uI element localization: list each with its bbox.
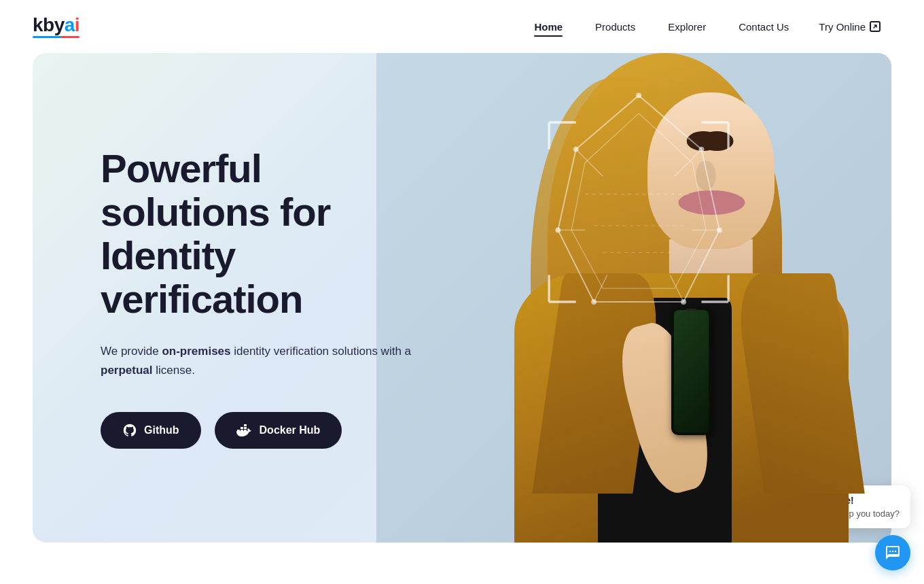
- docker-icon: [236, 423, 253, 438]
- nav-contact[interactable]: Contact Us: [725, 16, 802, 38]
- nav-products[interactable]: Products: [582, 16, 649, 38]
- nav-explorer[interactable]: Explorer: [654, 16, 719, 38]
- chat-icon: [885, 545, 901, 561]
- svg-marker-1: [558, 95, 720, 302]
- try-online-label: Try Online: [819, 21, 866, 33]
- hero-buttons: Github Docker Hub: [101, 412, 437, 449]
- chat-open-button[interactable]: [875, 535, 910, 570]
- svg-line-4: [675, 150, 702, 177]
- github-label: Github: [144, 424, 179, 436]
- external-link-icon: [870, 21, 881, 32]
- svg-point-10: [699, 147, 705, 152]
- svg-point-26: [892, 551, 893, 552]
- svg-point-25: [889, 551, 891, 552]
- hero-section: Powerful solutions for Identity verifica…: [33, 53, 891, 543]
- hero-title: Powerful solutions for Identity verifica…: [101, 147, 437, 320]
- svg-marker-2: [571, 114, 706, 288]
- hero-desc-middle: identity verification solutions with a: [231, 345, 412, 358]
- svg-rect-22: [241, 427, 243, 429]
- github-icon: [122, 423, 137, 438]
- hero-title-line2: Identity verification: [101, 233, 302, 321]
- logo-a: a: [65, 14, 75, 35]
- svg-point-11: [717, 227, 722, 233]
- svg-rect-24: [244, 424, 247, 426]
- svg-point-27: [895, 551, 896, 552]
- hero-content: Powerful solutions for Identity verifica…: [33, 92, 505, 503]
- logo-kby: kby: [33, 14, 65, 35]
- logo-i: i: [75, 14, 79, 35]
- svg-line-3: [576, 150, 603, 177]
- svg-point-13: [591, 299, 597, 305]
- github-button[interactable]: Github: [101, 412, 201, 449]
- hero-title-line1: Powerful solutions for: [101, 146, 330, 234]
- face-scan-overlay: [479, 78, 798, 347]
- nav-try-online[interactable]: Try Online: [808, 16, 891, 38]
- nav-links: Home Products Explorer Contact Us Try On…: [520, 16, 891, 38]
- hero-desc-prefix: We provide: [101, 345, 162, 358]
- svg-point-9: [636, 92, 641, 98]
- logo[interactable]: kbyai: [33, 16, 79, 38]
- hero-desc-bold2: perpetual: [101, 364, 153, 377]
- hero-desc-suffix: license.: [153, 364, 195, 377]
- docker-label: Docker Hub: [260, 424, 321, 436]
- hero-desc-bold1: on-premises: [162, 345, 230, 358]
- logo-underline: [33, 36, 79, 38]
- nav-home[interactable]: Home: [520, 16, 576, 38]
- hero-description: We provide on-premises identity verifica…: [101, 342, 437, 379]
- svg-rect-23: [244, 427, 247, 429]
- docker-button[interactable]: Docker Hub: [215, 412, 342, 449]
- svg-point-12: [681, 299, 686, 305]
- navbar: kbyai Home Products Explorer Contact Us …: [0, 0, 924, 53]
- svg-point-14: [556, 227, 561, 233]
- svg-point-15: [573, 147, 579, 152]
